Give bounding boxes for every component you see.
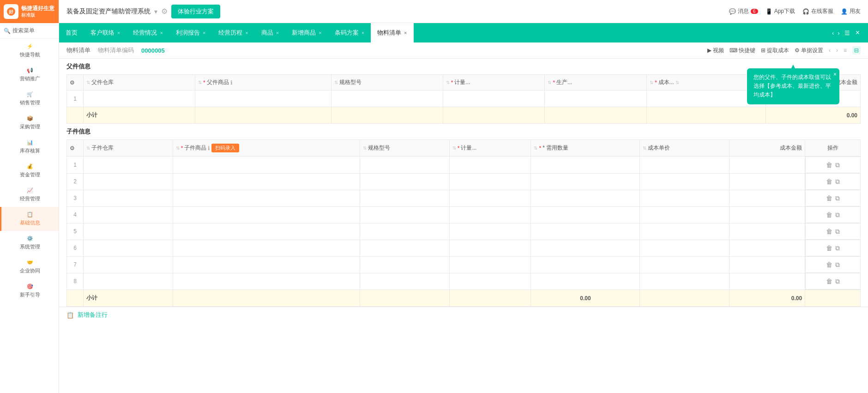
tab-profit[interactable]: 利润报告 × <box>169 23 212 42</box>
tab-bom[interactable]: 物料清单 × <box>371 23 413 42</box>
breadcrumb-bom[interactable]: 物料清单 <box>66 46 90 54</box>
child-wh-1[interactable] <box>84 157 173 174</box>
child-qty-8[interactable] <box>531 273 640 290</box>
child-unit-6[interactable] <box>449 240 531 256</box>
child-spec-7[interactable] <box>360 256 450 273</box>
copy-icon-1[interactable]: ⧉ <box>835 161 840 169</box>
child-prod-2[interactable] <box>173 173 360 190</box>
child-prod-4[interactable] <box>173 206 360 223</box>
sort-child-prod[interactable]: ⇅ <box>176 146 180 151</box>
child-ca-8[interactable] <box>729 273 805 290</box>
copy-icon-8[interactable]: ⧉ <box>835 278 840 285</box>
sort-child-qty[interactable]: ⇅ <box>534 146 537 151</box>
delete-icon-7[interactable]: 🗑 <box>826 261 832 268</box>
nav-next-page[interactable]: › <box>836 47 838 54</box>
child-spec-2[interactable] <box>360 173 450 190</box>
sort-cost-icon[interactable]: ⇅ <box>650 80 653 85</box>
child-spec-4[interactable] <box>360 206 450 223</box>
sort-child-uc[interactable]: ⇅ <box>643 146 646 151</box>
child-ca-1[interactable] <box>729 157 805 174</box>
child-spec-8[interactable] <box>360 273 450 290</box>
experience-button[interactable]: 体验行业方案 <box>171 5 220 18</box>
child-wh-8[interactable] <box>84 273 173 290</box>
tab-ops-status[interactable]: 经营情况 × <box>127 23 169 42</box>
nav-close-all[interactable]: × <box>853 29 862 37</box>
user-action[interactable]: 👤 用友 <box>841 7 861 15</box>
child-unit-5[interactable] <box>449 223 531 240</box>
child-unit-3[interactable] <box>449 190 531 206</box>
child-prod-7[interactable] <box>173 256 360 273</box>
th-parent-settings[interactable]: ⚙ <box>67 75 84 91</box>
parent-production-cell[interactable] <box>545 91 647 107</box>
child-spec-3[interactable] <box>360 190 450 206</box>
child-spec-5[interactable] <box>360 223 450 240</box>
copy-icon-4[interactable]: ⧉ <box>835 211 840 219</box>
sidebar-item-inventory[interactable]: 📊 库存核算 <box>0 135 59 159</box>
child-unit-7[interactable] <box>449 256 531 273</box>
copy-icon-6[interactable]: ⧉ <box>835 244 840 252</box>
delete-icon-2[interactable]: 🗑 <box>826 178 832 185</box>
nav-next-icon[interactable]: › <box>836 30 841 36</box>
tab-home[interactable]: 首页 <box>59 23 84 42</box>
sidebar-item-quick-nav[interactable]: ⚡ 快捷导航 <box>0 39 59 63</box>
child-wh-5[interactable] <box>84 223 173 240</box>
child-qty-4[interactable] <box>531 206 640 223</box>
child-qty-7[interactable] <box>531 256 640 273</box>
copy-icon-5[interactable]: ⧉ <box>835 228 840 236</box>
child-qty-5[interactable] <box>531 223 640 240</box>
child-qty-3[interactable] <box>531 190 640 206</box>
delete-icon-1[interactable]: 🗑 <box>826 161 832 169</box>
single-settings-action[interactable]: ⚙ 单据设置 <box>795 47 823 54</box>
child-spec-1[interactable] <box>360 157 450 174</box>
child-ca-5[interactable] <box>729 223 805 240</box>
child-unit-2[interactable] <box>449 173 531 190</box>
tab-customer[interactable]: 客户联络 × <box>84 23 127 42</box>
app-download-action[interactable]: 📱 App下载 <box>766 7 795 15</box>
sort-prod-icon[interactable]: ⇅ <box>548 80 551 85</box>
delete-icon-8[interactable]: 🗑 <box>826 278 832 285</box>
sidebar-item-guide[interactable]: 🎯 新手引导 <box>0 279 59 303</box>
grid-view-icon[interactable]: ⊟ <box>852 46 861 54</box>
sort-child-wh[interactable]: ⇅ <box>86 146 90 151</box>
child-uc-5[interactable] <box>640 223 729 240</box>
delete-icon-3[interactable]: 🗑 <box>826 194 832 202</box>
sort-child-unit[interactable]: ⇅ <box>452 146 456 151</box>
sidebar-search[interactable]: 🔍 搜索菜单 <box>0 23 59 39</box>
child-uc-2[interactable] <box>640 173 729 190</box>
child-unit-1[interactable] <box>449 157 531 174</box>
child-ca-2[interactable] <box>729 173 805 190</box>
copy-icon-7[interactable]: ⧉ <box>835 261 840 269</box>
child-prod-1[interactable] <box>173 157 360 174</box>
sort-product-icon[interactable]: ⇅ <box>198 80 202 85</box>
message-action[interactable]: 💬 消息 6 <box>729 7 758 15</box>
child-qty-6[interactable] <box>531 240 640 256</box>
delete-icon-4[interactable]: 🗑 <box>826 211 832 218</box>
child-qty-1[interactable] <box>531 157 640 174</box>
nav-prev-page[interactable]: ‹ <box>829 47 831 54</box>
child-uc-1[interactable] <box>640 157 729 174</box>
parent-unit-cell[interactable] <box>443 91 545 107</box>
sort-unit-icon[interactable]: ⇅ <box>446 80 450 85</box>
dropdown-icon[interactable]: ▾ <box>154 8 157 15</box>
sidebar-item-purchase[interactable]: 📦 采购管理 <box>0 111 59 135</box>
th-child-settings[interactable]: ⚙ <box>67 140 84 157</box>
child-uc-7[interactable] <box>640 256 729 273</box>
parent-spec-cell[interactable] <box>331 91 443 107</box>
sidebar-item-finance[interactable]: 💰 资金管理 <box>0 159 59 183</box>
tab-product-close[interactable]: × <box>276 30 279 36</box>
child-spec-6[interactable] <box>360 240 450 256</box>
child-uc-4[interactable] <box>640 206 729 223</box>
sort-warehouse-icon[interactable]: ⇅ <box>86 80 90 85</box>
parent-warehouse-cell[interactable] <box>84 91 195 107</box>
child-qty-2[interactable] <box>531 173 640 190</box>
nav-menu-icon[interactable]: ☰ <box>842 30 853 36</box>
sort-spec-icon[interactable]: ⇅ <box>334 80 338 85</box>
tab-add-product-close[interactable]: × <box>319 30 321 36</box>
child-wh-6[interactable] <box>84 240 173 256</box>
child-ca-7[interactable] <box>729 256 805 273</box>
child-ca-4[interactable] <box>729 206 805 223</box>
child-uc-8[interactable] <box>640 273 729 290</box>
child-unit-4[interactable] <box>449 206 531 223</box>
tab-history-close[interactable]: × <box>245 30 248 36</box>
tab-ops-close[interactable]: × <box>160 30 163 36</box>
